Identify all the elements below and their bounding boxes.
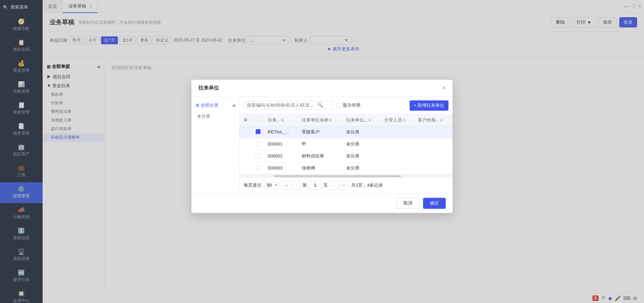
modal-table: ⚙ 往来... 往来单位名称 <box>240 114 453 174</box>
row-settings-3 <box>240 150 252 162</box>
th-category[interactable]: 往来单位... <box>343 114 381 126</box>
sort-arrows5 <box>440 118 443 121</box>
th-price-label: 客户价格... <box>418 117 440 123</box>
pagination-controls: ⏮ ‹ 第 页 › ⏭ <box>282 181 348 190</box>
first-page-button[interactable]: ⏮ <box>282 181 291 190</box>
row-manager-1 <box>381 126 414 138</box>
confirm-button[interactable]: 确定 <box>423 198 446 209</box>
sort-up3-icon <box>368 118 371 120</box>
th-manager-label: 分管人员 <box>384 117 402 123</box>
row-manager-2 <box>381 138 414 150</box>
name-sort[interactable]: 往来单位名称 <box>302 117 339 123</box>
sort-up4-icon <box>403 118 406 120</box>
th-code-label: 往来... <box>268 117 280 123</box>
row-code-1: RETAIL_... <box>264 126 298 138</box>
search-box[interactable]: 🔍 <box>244 101 333 109</box>
modal-sidebar: ⊞ 全部分类 ◀ 未分类 <box>191 97 240 193</box>
row-checkbox-3[interactable] <box>256 153 260 158</box>
th-code[interactable]: 往来... <box>264 114 298 126</box>
table-row[interactable]: 000003 张师傅 未分类 <box>240 162 453 174</box>
modal-title: 往来单位 <box>198 85 219 91</box>
row-manager-3 <box>381 150 414 162</box>
table-row[interactable]: 000001 甲 未分类 <box>240 138 453 150</box>
row-category-3: 未分类 <box>343 150 381 162</box>
row-check-3[interactable] <box>252 150 264 162</box>
th-name-label: 往来单位名称 <box>302 117 329 123</box>
th-name[interactable]: 往来单位名称 <box>298 114 343 126</box>
last-page-button[interactable]: ⏭ <box>340 181 348 190</box>
table-row[interactable]: RETAIL_... 零散客户 未分类 <box>240 126 453 138</box>
scroll-thumb <box>274 175 401 177</box>
modal-close-button[interactable]: × <box>442 84 446 92</box>
show-disabled-toggle[interactable]: 显示停用 <box>336 102 360 108</box>
row-check-4[interactable] <box>252 162 264 174</box>
row-price-4 <box>414 162 453 174</box>
modal-body: ⊞ 全部分类 ◀ 未分类 🔍 显示停用 + 新增往来 <box>191 97 453 193</box>
modal-sidebar-collapse[interactable]: ◀ <box>232 103 235 108</box>
th-price-level[interactable]: 客户价格... <box>414 114 453 126</box>
modal-pagination: 每页显示 50 ⏮ ‹ 第 页 › ⏭ 共1页，4条记录 <box>240 177 453 193</box>
sort-arrows <box>281 118 284 121</box>
row-price-3 <box>414 150 453 162</box>
th-manager[interactable]: 分管人员 <box>381 114 414 126</box>
row-category-1: 未分类 <box>343 126 381 138</box>
modal: 往来单位 × ⊞ 全部分类 ◀ 未分类 🔍 <box>191 80 453 213</box>
modal-sidebar-header: ⊞ 全部分类 ◀ <box>191 100 239 111</box>
manager-sort[interactable]: 分管人员 <box>384 117 411 123</box>
row-name-4: 张师傅 <box>298 162 343 174</box>
row-check-1[interactable] <box>252 126 264 138</box>
modal-all-category-label: 全部分类 <box>201 102 219 108</box>
horizontal-scrollbar[interactable] <box>240 174 453 177</box>
row-settings-1 <box>240 126 252 138</box>
category-sort[interactable]: 往来单位... <box>346 117 377 123</box>
code-sort[interactable]: 往来... <box>268 117 295 123</box>
row-price-1 <box>414 126 453 138</box>
next-page-button[interactable]: › <box>329 181 338 190</box>
modal-main: 🔍 显示停用 + 新增往来单位 ⚙ <box>240 97 453 193</box>
per-page-select[interactable]: 50 <box>264 182 279 189</box>
table-row[interactable]: 000002 材料供应商 未分类 <box>240 150 453 162</box>
row-name-1: 零散客户 <box>298 126 343 138</box>
th-settings: ⚙ <box>240 114 252 126</box>
header-checkbox[interactable] <box>256 117 260 122</box>
search-icon: 🔍 <box>318 103 323 108</box>
cancel-button[interactable]: 取消 <box>396 198 420 209</box>
page-suffix: 页 <box>323 182 328 188</box>
grid2-icon: ⊞ <box>196 103 199 108</box>
prev-page-button[interactable]: ‹ <box>292 181 301 190</box>
sort-arrows4 <box>403 118 406 121</box>
row-code-2: 000001 <box>264 138 298 150</box>
row-checkbox-2[interactable] <box>256 141 260 146</box>
page-label: 第 <box>302 182 307 188</box>
row-check-2[interactable] <box>252 138 264 150</box>
row-code-3: 000002 <box>264 150 298 162</box>
modal-uncategorized-label: 未分类 <box>197 114 210 119</box>
sort-arrows2 <box>329 118 332 121</box>
sort-down5-icon <box>440 120 443 121</box>
row-checkbox-1[interactable] <box>256 129 260 134</box>
modal-uncategorized[interactable]: 未分类 <box>191 111 239 121</box>
sort-down-icon <box>281 120 284 121</box>
row-name-3: 材料供应商 <box>298 150 343 162</box>
row-checkbox-4[interactable] <box>256 165 260 170</box>
sort-down4-icon <box>403 120 406 121</box>
sort-up5-icon <box>440 118 443 120</box>
show-disabled-checkbox[interactable] <box>336 103 341 108</box>
modal-actions: 取消 确定 <box>191 193 453 213</box>
price-sort[interactable]: 客户价格... <box>418 117 449 123</box>
row-manager-4 <box>381 162 414 174</box>
modal-all-category[interactable]: ⊞ 全部分类 <box>196 102 219 108</box>
sort-arrows3 <box>368 118 371 121</box>
modal-header: 往来单位 × <box>191 80 453 97</box>
add-partner-button[interactable]: + 新增往来单位 <box>410 100 448 110</box>
search-input[interactable] <box>247 103 315 108</box>
sort-down2-icon <box>329 120 332 121</box>
total-info: 共1页，4条记录 <box>351 182 383 188</box>
row-settings-2 <box>240 138 252 150</box>
row-category-2: 未分类 <box>343 138 381 150</box>
page-number-input[interactable] <box>308 181 322 190</box>
header-row: ⚙ 往来... 往来单位名称 <box>240 114 453 126</box>
show-disabled-label: 显示停用 <box>343 102 360 108</box>
row-code-4: 000003 <box>264 162 298 174</box>
table-body: RETAIL_... 零散客户 未分类 000001 甲 未分类 <box>240 126 453 174</box>
